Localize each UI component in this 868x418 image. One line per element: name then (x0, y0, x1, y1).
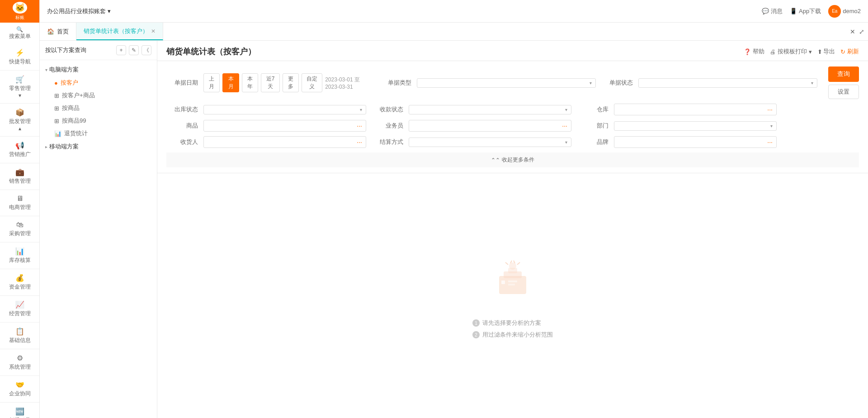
tab-sales-label: 销货单统计表（按客户） (84, 27, 148, 35)
date-btn-custom[interactable]: 自定义 (302, 73, 322, 92)
date-btn-thisyear[interactable]: 本年 (242, 73, 258, 92)
collect-status-select[interactable]: ▾ (409, 105, 571, 114)
filter-area: 单据日期 上月 本月 本年 近7天 更多 自定义 2023-03-01 至 20… (157, 61, 868, 173)
page-header: 销货单统计表（按客户） ❓ 帮助 🖨 按模板打印 ▾ ⬆ (157, 41, 868, 61)
edit-scheme-btn[interactable]: ✎ (129, 45, 139, 55)
tab-close-btn[interactable]: ✕ (151, 28, 156, 34)
username: demo2 (843, 8, 861, 14)
doc-status-arrow: ▾ (811, 81, 813, 86)
pc-scheme-children: ● 按客户 ⊞ 按客户+商品 ⊞ 按商品 ⊞ 按商品99 (40, 76, 157, 140)
search-label: 搜索菜单 (9, 33, 31, 40)
scheme-by-customer-product[interactable]: ⊞ 按客户+商品 (49, 89, 157, 102)
tab-home[interactable]: 🏠 首页 (40, 23, 76, 40)
collapse-panel-btn[interactable]: 《 (142, 45, 151, 55)
doc-type-select[interactable]: ▾ (417, 78, 596, 88)
industry-select[interactable]: 办公用品行业模拟账套 ▾ (47, 7, 111, 15)
sidebar-item-retail[interactable]: 🛒 零售管理 ▾ (0, 71, 39, 104)
tip-text-2: 用过滤条件来缩小分析范围 (482, 331, 553, 339)
query-btn[interactable]: 查询 (828, 66, 859, 82)
add-scheme-btn[interactable]: + (116, 45, 126, 55)
sales-icon: 💼 (15, 168, 24, 176)
mobile-scheme-label: 移动端方案 (49, 142, 79, 151)
sidebar-item-inventory[interactable]: 📊 库存核算 (0, 242, 39, 269)
sidebar-item-sales[interactable]: 💼 销售管理 (0, 163, 39, 190)
wholesale-arrow: ▴ (19, 125, 21, 132)
scheme-by-product-99[interactable]: ⊞ 按商品99 (49, 114, 157, 127)
collapse-row[interactable]: ⌃⌃ 收起更多条件 (166, 152, 859, 167)
tabbar-actions: ✕ ⤢ (846, 23, 868, 40)
sidebar-item-purchase[interactable]: 🛍 采购管理 (0, 216, 39, 242)
product-input[interactable]: ··· (203, 120, 366, 132)
industry-arrow: ▾ (108, 8, 111, 14)
date-btn-7days[interactable]: 近7天 (261, 73, 280, 92)
pc-scheme-header[interactable]: ▾ 电脑端方案 (40, 63, 157, 76)
doc-status-select[interactable]: ▾ (638, 78, 817, 88)
page-title-row: 销货单统计表（按客户） ❓ 帮助 🖨 按模板打印 ▾ ⬆ (166, 46, 859, 57)
filter-row-status: 出库状态 ▾ 收款状态 ▾ 仓库 ··· (166, 104, 859, 115)
sidebar-item-search[interactable]: 🔍 搜索菜单 (0, 23, 39, 44)
tab-home-label: 首页 (57, 28, 69, 36)
department-select[interactable]: ▾ (614, 121, 777, 131)
action-btns: 查询 设置 (823, 66, 859, 99)
out-status-select[interactable]: ▾ (203, 105, 366, 114)
sidebar-item-ecommerce[interactable]: 🖥 电商管理 (0, 190, 39, 216)
sidebar-item-enterprise[interactable]: 🤝 企业协同 (0, 376, 39, 403)
sidebar-item-newbie[interactable]: 🆕 新手引导 (0, 403, 39, 418)
setting-btn[interactable]: 设置 (828, 85, 859, 99)
svg-line-6 (505, 262, 508, 265)
pc-scheme-section: ▾ 电脑端方案 ● 按客户 ⊞ 按客户+商品 ⊞ 按商品 (40, 60, 157, 156)
add-icon: + (119, 47, 123, 53)
date-btn-lastmonth[interactable]: 上月 (203, 73, 220, 92)
message-btn[interactable]: 💬 消息 (762, 7, 783, 15)
settle-select[interactable]: ▾ (409, 138, 571, 147)
sidebar-item-system[interactable]: ⚙ 系统管理 (0, 349, 39, 376)
basic-icon: 📋 (15, 327, 24, 336)
sidebar-item-basic[interactable]: 📋 基础信息 (0, 323, 39, 349)
return-scheme-icon: 📊 (54, 130, 61, 137)
enterprise-label: 企业协同 (9, 390, 31, 398)
help-btn[interactable]: ❓ 帮助 (744, 48, 764, 56)
left-panel-header: 按以下方案查询 + ✎ 《 (40, 41, 157, 60)
download-btn[interactable]: 📱 App下载 (790, 7, 821, 15)
page-actions: ❓ 帮助 🖨 按模板打印 ▾ ⬆ 导出 ↻ (744, 48, 859, 56)
date-btn-thismonth[interactable]: 本月 (222, 73, 239, 92)
salesperson-input[interactable]: ··· (409, 120, 571, 132)
collect-status-arrow: ▾ (565, 107, 567, 112)
receiver-input[interactable]: ··· (203, 136, 366, 148)
finance-label: 资金管理 (9, 283, 31, 291)
collapse-up-icon: ⌃⌃ (491, 157, 500, 163)
scheme-return-stat[interactable]: 📊 退货统计 (49, 127, 157, 140)
sidebar-item-operations[interactable]: 📈 经营管理 (0, 296, 39, 323)
download-label: App下载 (799, 7, 821, 15)
refresh-btn[interactable]: ↻ 刷新 (840, 48, 859, 56)
avatar: Ea (828, 5, 841, 18)
sidebar-item-wholesale[interactable]: 📦 批发管理 ▴ (0, 104, 39, 137)
system-label: 系统管理 (9, 363, 31, 371)
user-area[interactable]: Ea demo2 (828, 5, 861, 18)
tab-fullscreen-btn[interactable]: ⤢ (859, 28, 864, 35)
sidebar-item-finance[interactable]: 💰 资金管理 (0, 269, 39, 296)
purchase-label: 采购管理 (9, 230, 31, 238)
brand-input[interactable]: ··· (614, 136, 777, 148)
export-btn[interactable]: ⬆ 导出 (817, 48, 835, 56)
scheme-by-customer[interactable]: ● 按客户 (49, 76, 157, 89)
mobile-scheme-header[interactable]: ▸ 移动端方案 (40, 140, 157, 153)
tab-close-all-btn[interactable]: ✕ (850, 28, 855, 35)
retail-arrow: ▾ (19, 92, 21, 99)
scheme-by-product[interactable]: ⊞ 按商品 (49, 102, 157, 114)
template-print-btn[interactable]: 🖨 按模板打印 ▾ (770, 48, 812, 56)
empty-state: 1 请先选择要分析的方案 2 用过滤条件来缩小分析范围 (157, 173, 868, 418)
svg-rect-9 (508, 280, 517, 282)
date-btn-more[interactable]: 更多 (283, 73, 299, 92)
salesperson-label: 业务员 (372, 122, 403, 130)
warehouse-input[interactable]: ··· (614, 104, 777, 115)
product-scheme-label: 按商品 (62, 104, 80, 112)
svg-rect-8 (501, 280, 505, 284)
refresh-icon: ↻ (840, 48, 845, 55)
operations-icon: 📈 (15, 300, 24, 309)
sidebar-item-quicknav[interactable]: ⚡ 快捷导航 (0, 44, 39, 71)
department-arrow: ▾ (770, 124, 773, 128)
tab-sales-stat[interactable]: 销货单统计表（按客户） ✕ (76, 23, 163, 40)
sidebar-item-marketing[interactable]: 📢 营销推广 (0, 137, 39, 163)
download-icon: 📱 (790, 8, 797, 14)
